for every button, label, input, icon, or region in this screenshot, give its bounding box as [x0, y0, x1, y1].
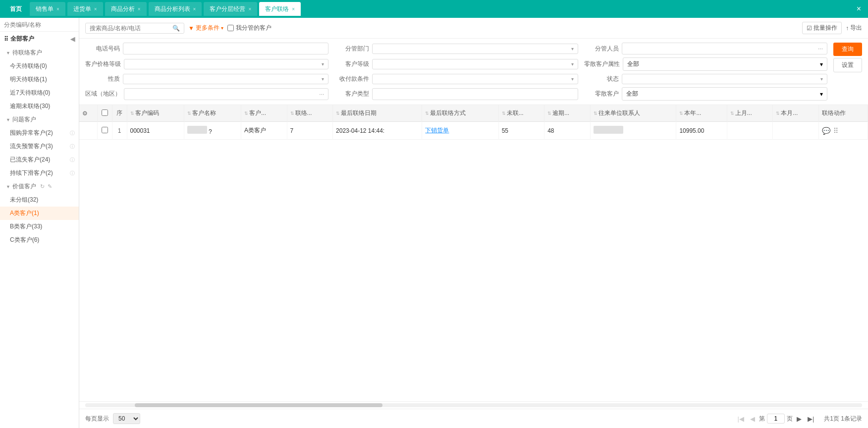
sidebar-item-b-class[interactable]: B类客户(33): [0, 220, 79, 233]
nav-tab-sales-close[interactable]: ×: [56, 6, 59, 12]
all-customers-label: 全部客户: [10, 35, 34, 43]
my-customers-checkbox-label[interactable]: 我分管的客户: [227, 24, 271, 32]
filter-payment-select[interactable]: ▾: [372, 74, 578, 84]
filter-customer-type-input[interactable]: [372, 88, 578, 100]
sidebar-item-churned[interactable]: 已流失客户(24) ⓘ: [0, 153, 79, 166]
my-customers-checkbox[interactable]: [227, 25, 234, 31]
sort-icon-type[interactable]: ⇅: [244, 111, 248, 116]
sort-icon-method[interactable]: ⇅: [425, 111, 429, 116]
qr-action-button[interactable]: ⠿: [833, 127, 838, 135]
more-filters-label: 更多条件: [196, 24, 219, 32]
chevron-down-icon-price: ▾: [322, 61, 324, 67]
row-customer-code: 000031: [127, 122, 184, 140]
problem-customers-group[interactable]: ▼ 问题客户: [0, 113, 79, 126]
value-customers-group[interactable]: ▼ 价值客户 ↻ ✎: [0, 180, 79, 193]
next-page-button[interactable]: ▶: [795, 414, 804, 424]
settings-button[interactable]: 设置: [833, 58, 862, 72]
sort-icon-year[interactable]: ⇅: [679, 111, 683, 116]
sidebar-collapse-button[interactable]: ◀: [70, 36, 75, 43]
filter-customer-level: 客户等级 ▾: [334, 59, 578, 69]
sidebar-item-declining[interactable]: 持续下滑客户(2) ⓘ: [0, 166, 79, 180]
last-page-button[interactable]: ▶|: [806, 414, 816, 424]
sidebar-item-abnormal[interactable]: 囤购异常客户(2) ⓘ: [0, 126, 79, 140]
prev-page-button[interactable]: ◀: [748, 414, 757, 424]
sidebar-item-a-class[interactable]: A类客户(1): [0, 207, 79, 220]
nav-tab-purchase-close[interactable]: ×: [94, 6, 97, 12]
nav-tab-customer-contact-label: 客户联络: [265, 5, 289, 13]
nav-tab-sales[interactable]: 销售单 ×: [30, 2, 65, 16]
filter-person-select[interactable]: ···: [622, 43, 827, 54]
first-page-button[interactable]: |◀: [736, 414, 746, 424]
sort-icon-last-month[interactable]: ⇅: [730, 111, 734, 116]
filter-retail-select[interactable]: 全部 ▾: [622, 87, 827, 101]
sidebar-item-today[interactable]: 今天待联络(0): [0, 59, 79, 73]
filter-retail-attr-select[interactable]: 全部 ▾: [623, 57, 827, 71]
settings-icon[interactable]: ⚙: [82, 110, 88, 117]
sidebar-item-ungroup[interactable]: 未分组(32): [0, 193, 79, 207]
per-page-select[interactable]: 50 100 200: [113, 413, 140, 424]
export-button[interactable]: ↑ 导出: [846, 24, 862, 32]
table-row: 1 000031 ? A类客户 7 2023-04-12 14:44: 下销货单…: [79, 122, 868, 140]
row-num: 1: [112, 122, 127, 140]
advanced-filters: 电话号码 分管部门 ▾ 分管人员: [79, 39, 868, 105]
sidebar-item-churn-warning[interactable]: 流失预警客户(3) ⓘ: [0, 140, 79, 153]
edit-icon[interactable]: ✎: [48, 183, 52, 190]
nav-tab-customer-layer-label: 客户分层经营: [210, 5, 245, 13]
sort-icon-this-month[interactable]: ⇅: [776, 111, 780, 116]
nav-tab-purchase[interactable]: 进货单 ×: [67, 2, 103, 16]
filter-nature-select[interactable]: ▾: [123, 74, 328, 84]
query-button[interactable]: 查询: [833, 43, 862, 56]
nav-tab-customer-layer[interactable]: 客户分层经营 ×: [204, 2, 257, 16]
nav-tab-customer-layer-close[interactable]: ×: [248, 6, 251, 12]
filter-region-select[interactable]: ···: [124, 88, 328, 100]
customer-table: ⚙ 序 ⇅客户编码 ⇅客户名称 ⇅客户...: [79, 105, 868, 140]
sidebar-item-c-class[interactable]: C类客户(6): [0, 233, 79, 247]
sidebar-item-tomorrow[interactable]: 明天待联络(1): [0, 73, 79, 86]
sort-icon-code[interactable]: ⇅: [130, 111, 134, 116]
scrollbar-thumb[interactable]: [135, 403, 382, 407]
nav-tab-customer-contact[interactable]: 客户联络 ×: [259, 2, 301, 16]
nav-tab-home[interactable]: 首页: [4, 2, 28, 16]
window-close-button[interactable]: ×: [854, 4, 864, 13]
horizontal-scrollbar[interactable]: [79, 401, 868, 409]
page-number-input[interactable]: [767, 414, 785, 424]
sidebar-item-7days[interactable]: 近7天待联络(0): [0, 86, 79, 100]
sort-icon-no-contact[interactable]: ⇅: [502, 111, 506, 116]
sidebar-search-input[interactable]: [4, 21, 78, 28]
refresh-icon[interactable]: ↻: [40, 183, 45, 190]
filter-dept-select[interactable]: ▾: [372, 44, 578, 54]
sort-icon-contact[interactable]: ⇅: [290, 111, 294, 116]
nav-tab-customer-contact-close[interactable]: ×: [292, 6, 295, 12]
row-checkbox[interactable]: [102, 127, 108, 133]
sort-icon-company[interactable]: ⇅: [594, 111, 597, 116]
all-customers-header[interactable]: ⠿ 全部客户 ◀: [0, 32, 79, 46]
nav-tab-goods-analysis-list-close[interactable]: ×: [193, 6, 196, 12]
more-filters-button[interactable]: ▼ 更多条件 ▾: [188, 24, 223, 32]
sort-icon-overdue[interactable]: ⇅: [547, 111, 551, 116]
nav-tab-goods-analysis[interactable]: 商品分析 ×: [105, 2, 147, 16]
contact-method-link[interactable]: 下销货单: [425, 127, 449, 134]
filter-customer-level-select[interactable]: ▾: [372, 59, 578, 69]
nav-tab-goods-analysis-close[interactable]: ×: [138, 6, 141, 12]
customer-name-suffix: ?: [209, 128, 212, 135]
nav-tab-goods-analysis-list[interactable]: 商品分析列表 ×: [149, 2, 202, 16]
search-icon[interactable]: 🔍: [172, 25, 180, 32]
sort-icon-name[interactable]: ⇅: [187, 111, 191, 116]
sidebar-item-overdue[interactable]: 逾期未联络(30): [0, 100, 79, 113]
sidebar-item-ungroup-label: 未分组(32): [10, 196, 38, 204]
select-all-checkbox[interactable]: [102, 109, 108, 116]
batch-operations-button[interactable]: ☑ 批量操作: [802, 22, 842, 34]
problem-customers-label: 问题客户: [12, 115, 36, 124]
search-input[interactable]: [90, 25, 170, 32]
sidebar-item-churned-label: 已流失客户(24): [10, 156, 50, 164]
pending-contact-group[interactable]: ▼ 待联络客户: [0, 46, 79, 59]
row-actions-cell: 💬 ⠿: [818, 122, 868, 140]
filter-phone-input[interactable]: [123, 43, 328, 54]
filter-status-select[interactable]: ▾: [622, 74, 827, 84]
filter-price-level-select[interactable]: ▾: [124, 59, 328, 69]
pending-contact-label: 待联络客户: [12, 49, 42, 57]
row-this-month-amount: [773, 122, 819, 140]
col-contact-count: ⇅联络...: [287, 105, 333, 122]
chat-action-button[interactable]: 💬: [822, 127, 830, 135]
sort-icon-date[interactable]: ⇅: [336, 111, 340, 116]
